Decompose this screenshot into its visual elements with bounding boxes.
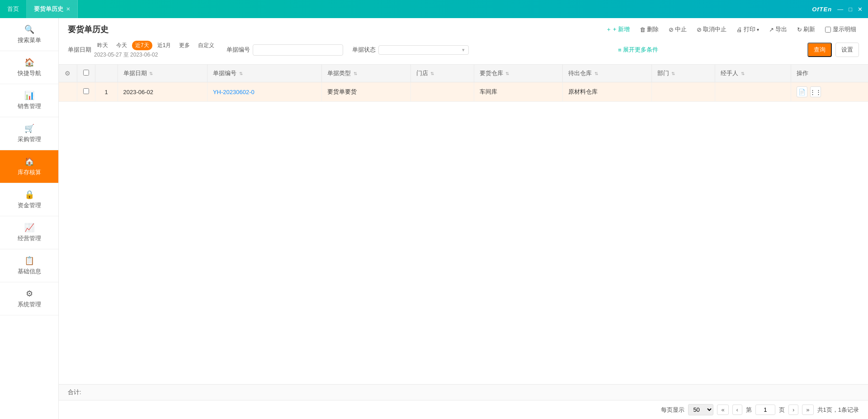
- tab-home[interactable]: 首页: [0, 0, 27, 18]
- new-button[interactable]: ＋ + 新增: [603, 24, 632, 35]
- sort-order-type-icon[interactable]: ⇅: [354, 71, 357, 76]
- export-button[interactable]: ↗ 导出: [766, 24, 790, 35]
- order-no-input[interactable]: [253, 44, 343, 56]
- td-order-type: 要货单要货: [322, 82, 411, 102]
- expand-conditions-button[interactable]: ≡ 展开更多条件: [614, 44, 662, 56]
- th-warehouse: 要货仓库 ⇅: [474, 65, 563, 82]
- stop-button[interactable]: ⊘ 中止: [666, 24, 689, 35]
- tab-history[interactable]: 要货单历史 ✕: [27, 0, 78, 18]
- window-minimize[interactable]: —: [837, 6, 843, 13]
- cancel-stop-label: 取消中止: [703, 25, 726, 33]
- th-handler-label: 经手人: [721, 70, 738, 76]
- sidebar-item-operation[interactable]: 📈 经营管理: [0, 216, 58, 249]
- th-no: [95, 65, 118, 82]
- brand-label: OfTEn: [812, 6, 832, 13]
- sidebar-item-system[interactable]: ⚙ 系统管理: [0, 282, 58, 315]
- sidebar-item-sales-label: 销售管理: [18, 102, 41, 110]
- date-btn-yesterday[interactable]: 昨天: [94, 41, 111, 50]
- pagination-last[interactable]: »: [802, 405, 813, 415]
- chevron-down-icon: ▾: [462, 47, 465, 53]
- date-btn-today[interactable]: 今天: [113, 41, 130, 50]
- sort-handler-icon[interactable]: ⇅: [741, 71, 745, 76]
- row-action-buttons: 📄 ⋮⋮: [797, 86, 863, 97]
- th-pending-warehouse-label: 待出仓库: [568, 70, 592, 76]
- order-no-filter: 单据编号: [226, 44, 343, 56]
- date-filter: 单据日期 昨天 今天 近7天 近1月 更多 自定义 2023-05-27 至 2…: [68, 41, 217, 59]
- sidebar-item-nav[interactable]: 🏠 快捷导航: [0, 51, 58, 84]
- page-title: 要货单历史: [68, 24, 108, 35]
- sidebar-item-basic[interactable]: 📋 基础信息: [0, 249, 58, 282]
- status-select[interactable]: ▾: [378, 45, 469, 55]
- td-warehouse: 车间库: [474, 82, 563, 102]
- delete-button[interactable]: 🗑 删除: [637, 24, 661, 35]
- refresh-button[interactable]: ↻ 刷新: [794, 24, 818, 35]
- td-department: [651, 82, 715, 102]
- query-button[interactable]: 查询: [807, 43, 832, 57]
- sidebar-item-finance-label: 资金管理: [18, 201, 41, 210]
- sort-store-icon[interactable]: ⇅: [430, 71, 434, 76]
- th-actions: 操作: [791, 65, 868, 82]
- window-close[interactable]: ✕: [858, 6, 863, 13]
- row-pending-warehouse: 原材料仓库: [568, 88, 598, 95]
- sidebar-item-basic-label: 基础信息: [18, 267, 41, 276]
- order-no-label: 单据编号: [226, 46, 250, 54]
- cancel-stop-icon: ⊘: [697, 26, 702, 33]
- pagination-next[interactable]: ›: [788, 405, 798, 415]
- td-settings: [59, 82, 77, 102]
- filter-area: 单据日期 昨天 今天 近7天 近1月 更多 自定义 2023-05-27 至 2…: [59, 35, 868, 65]
- sidebar-item-search[interactable]: 🔍 搜索菜单: [0, 18, 58, 51]
- query-label: 查询: [814, 46, 826, 54]
- settings-label: 设置: [841, 46, 853, 54]
- row-warehouse: 车间库: [480, 88, 497, 95]
- chevron-down-icon: ▾: [757, 27, 759, 32]
- refresh-label: 刷新: [803, 25, 815, 33]
- export-icon: ↗: [769, 26, 774, 33]
- stop-icon: ⊘: [669, 26, 674, 33]
- sort-date-icon[interactable]: ⇅: [149, 71, 153, 76]
- pagination-prev[interactable]: ‹: [732, 405, 742, 415]
- sort-order-no-icon[interactable]: ⇅: [239, 71, 243, 76]
- td-pending-warehouse: 原材料仓库: [563, 82, 652, 102]
- page-label: 第: [746, 406, 752, 414]
- sort-department-icon[interactable]: ⇅: [671, 71, 675, 76]
- sidebar-item-finance[interactable]: 🔒 资金管理: [0, 183, 58, 216]
- th-handler: 经手人 ⇅: [715, 65, 791, 82]
- th-actions-label: 操作: [797, 70, 808, 76]
- lock-icon: 🔒: [24, 190, 34, 200]
- date-btn-1month[interactable]: 近1月: [154, 41, 175, 50]
- date-range-text: 2023-05-27 至 2023-06-02: [94, 51, 217, 59]
- row-more-button[interactable]: ⋮⋮: [810, 86, 821, 97]
- sidebar-item-sales[interactable]: 📊 销售管理: [0, 84, 58, 117]
- sort-warehouse-icon[interactable]: ⇅: [505, 71, 509, 76]
- pagination-first[interactable]: «: [717, 405, 728, 415]
- th-order-type: 单据类型 ⇅: [322, 65, 411, 82]
- row-order-no-link[interactable]: YH-20230602-0: [213, 89, 255, 95]
- td-order-no: YH-20230602-0: [207, 82, 321, 102]
- date-btn-7days[interactable]: 近7天: [132, 41, 152, 50]
- print-button[interactable]: 🖨 打印 ▾: [734, 24, 762, 35]
- sidebar-item-inventory[interactable]: 🏠 库存核算: [0, 150, 58, 183]
- select-all-checkbox[interactable]: [83, 70, 89, 76]
- th-date-label: 单据日期: [123, 70, 147, 76]
- tab-history-close[interactable]: ✕: [66, 6, 70, 12]
- row-checkbox[interactable]: [83, 88, 89, 94]
- sort-pending-warehouse-icon[interactable]: ⇅: [594, 71, 598, 76]
- total-label: 合计:: [68, 389, 81, 395]
- date-btn-custom[interactable]: 自定义: [195, 41, 217, 50]
- row-edit-button[interactable]: 📄: [797, 86, 807, 97]
- cancel-stop-button[interactable]: ⊘ 取消中止: [694, 24, 729, 35]
- display-detail-checkbox[interactable]: [825, 27, 831, 33]
- column-settings-icon[interactable]: ⚙: [65, 70, 71, 77]
- sidebar-item-purchase-label: 采购管理: [18, 135, 41, 143]
- th-warehouse-label: 要货仓库: [480, 70, 503, 76]
- pagination-bar: 每页显示 10 20 50 100 « ‹ 第 页 › » 共1页，1条记录: [59, 400, 868, 419]
- per-page-select[interactable]: 10 20 50 100: [688, 404, 713, 415]
- settings-button[interactable]: 设置: [835, 43, 859, 57]
- window-maximize[interactable]: □: [849, 6, 852, 13]
- page-input[interactable]: [755, 405, 775, 415]
- sidebar-item-purchase[interactable]: 🛒 采购管理: [0, 117, 58, 150]
- date-btn-more[interactable]: 更多: [176, 41, 193, 50]
- display-detail-button[interactable]: 显示明细: [822, 24, 859, 35]
- td-no: 1: [95, 82, 118, 102]
- sidebar-item-system-label: 系统管理: [18, 300, 41, 309]
